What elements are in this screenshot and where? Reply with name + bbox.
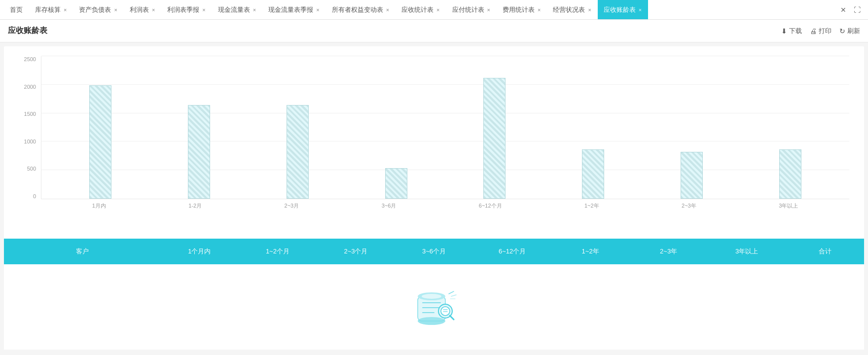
refresh-button[interactable]: ↻ 刷新 bbox=[839, 27, 860, 36]
bar-group-7 bbox=[681, 152, 703, 199]
tab-profit[interactable]: 利润表 × bbox=[124, 0, 161, 20]
bar-3 bbox=[287, 105, 309, 199]
x-label-1: 1月内 bbox=[92, 199, 106, 214]
x-label-3: 2~3月 bbox=[285, 199, 299, 214]
page-title: 应收账龄表 bbox=[8, 26, 47, 36]
print-icon: 🖨 bbox=[810, 27, 817, 35]
col-2-3m: 2~3个月 bbox=[317, 247, 395, 256]
bar-4 bbox=[385, 168, 407, 199]
tab-bar: 首页 库存核算 × 资产负债表 × 利润表 × 利润表季报 × 现金流量表 × … bbox=[0, 0, 868, 20]
svg-line-13 bbox=[449, 291, 454, 294]
y-label-2500: 2500 bbox=[24, 56, 36, 62]
svg-point-9 bbox=[441, 307, 450, 316]
tab-profit-close[interactable]: × bbox=[152, 7, 155, 13]
col-6-12m: 6~12个月 bbox=[473, 247, 551, 256]
bar-1 bbox=[89, 85, 111, 199]
bar-6 bbox=[582, 149, 604, 199]
tab-stock[interactable]: 库存核算 × bbox=[29, 0, 73, 20]
y-label-1500: 1500 bbox=[24, 111, 36, 117]
col-1m: 1个月内 bbox=[160, 247, 239, 256]
tab-ap-stat-close[interactable]: × bbox=[487, 7, 490, 13]
tab-balance[interactable]: 资产负债表 × bbox=[73, 0, 123, 20]
tab-balance-close[interactable]: × bbox=[114, 7, 117, 13]
tab-expense-stat[interactable]: 费用统计表 × bbox=[497, 0, 547, 20]
tab-profit-quarter[interactable]: 利润表季报 × bbox=[161, 0, 212, 20]
tab-home[interactable]: 首页 bbox=[4, 0, 29, 20]
tab-ar-aging[interactable]: 应收账龄表 × bbox=[598, 0, 648, 20]
download-button[interactable]: ⬇ 下载 bbox=[781, 27, 802, 36]
col-1-2m: 1~2个月 bbox=[239, 247, 317, 256]
tab-cashflow-quarter[interactable]: 现金流量表季报 × bbox=[262, 0, 326, 20]
bar-group-5 bbox=[483, 78, 506, 199]
col-3y-plus: 3年以上 bbox=[708, 247, 786, 256]
bar-group-1 bbox=[89, 85, 111, 199]
x-label-5: 6~12个月 bbox=[479, 199, 502, 214]
col-total: 合计 bbox=[786, 247, 864, 256]
tab-stock-close[interactable]: × bbox=[64, 7, 67, 13]
y-label-500: 500 bbox=[27, 166, 36, 172]
x-label-6: 1~2年 bbox=[584, 199, 599, 214]
chart-container: 0 500 1000 1500 2000 2500 bbox=[19, 56, 849, 214]
tab-ap-stat[interactable]: 应付统计表 × bbox=[446, 0, 497, 20]
table-header: 客户 1个月内 1~2个月 2~3个月 3~6个月 6~12个月 1~2年 2~… bbox=[4, 239, 864, 264]
page-header: 应收账龄表 ⬇ 下载 🖨 打印 ↻ 刷新 bbox=[0, 20, 868, 42]
y-label-1000: 1000 bbox=[24, 139, 36, 144]
empty-state-icon bbox=[407, 284, 461, 330]
x-label-7: 2~3年 bbox=[682, 199, 696, 214]
y-label-2000: 2000 bbox=[24, 84, 36, 90]
tab-cashflow[interactable]: 现金流量表 × bbox=[212, 0, 262, 20]
bar-group-2 bbox=[188, 105, 210, 199]
tab-profit-quarter-close[interactable]: × bbox=[202, 7, 205, 13]
bar-group-8 bbox=[779, 149, 801, 199]
bar-5 bbox=[483, 78, 506, 199]
svg-point-4 bbox=[418, 317, 445, 325]
y-label-0: 0 bbox=[33, 193, 36, 199]
tab-cashflow-close[interactable]: × bbox=[253, 7, 256, 13]
chart-area: 0 500 1000 1500 2000 2500 bbox=[4, 46, 864, 239]
print-button[interactable]: 🖨 打印 bbox=[810, 27, 832, 36]
tab-cashflow-quarter-close[interactable]: × bbox=[316, 7, 319, 13]
tab-business[interactable]: 经营状况表 × bbox=[547, 0, 597, 20]
window-maximize-button[interactable]: ⛶ bbox=[852, 5, 862, 15]
tab-ar-stat-close[interactable]: × bbox=[436, 7, 439, 13]
tab-business-close[interactable]: × bbox=[588, 7, 591, 13]
tab-equity[interactable]: 所有者权益变动表 × bbox=[326, 0, 396, 20]
x-label-2: 1-2月 bbox=[188, 199, 202, 214]
bar-group-6 bbox=[582, 149, 604, 199]
x-label-8: 3年以上 bbox=[779, 199, 798, 214]
bar-group-4 bbox=[385, 168, 407, 199]
download-icon: ⬇ bbox=[781, 27, 787, 35]
col-customer: 客户 bbox=[4, 247, 160, 256]
tab-equity-close[interactable]: × bbox=[386, 7, 389, 13]
tab-ar-aging-close[interactable]: × bbox=[639, 7, 642, 13]
bar-8 bbox=[779, 149, 801, 199]
refresh-icon: ↻ bbox=[839, 27, 845, 35]
x-axis: 1月内 1-2月 2~3月 3~6月 6~12个月 1~2年 2~3年 3年以上 bbox=[41, 199, 849, 214]
tab-ar-stat[interactable]: 应收统计表 × bbox=[396, 0, 446, 20]
svg-point-3 bbox=[422, 294, 441, 299]
chart-inner bbox=[41, 56, 849, 199]
table-body bbox=[4, 264, 864, 350]
header-actions: ⬇ 下载 🖨 打印 ↻ 刷新 bbox=[781, 27, 860, 36]
window-controls: ✕ ⛶ bbox=[838, 5, 864, 15]
main-content: 0 500 1000 1500 2000 2500 bbox=[4, 46, 864, 350]
col-2-3y: 2~3年 bbox=[629, 247, 708, 256]
col-1-2y: 1~2年 bbox=[551, 247, 630, 256]
bar-7 bbox=[681, 152, 703, 199]
col-3-6m: 3~6个月 bbox=[395, 247, 473, 256]
bar-group-3 bbox=[287, 105, 309, 199]
y-axis: 0 500 1000 1500 2000 2500 bbox=[19, 56, 38, 199]
bars-container bbox=[41, 56, 849, 199]
bar-2 bbox=[188, 105, 210, 199]
window-close-button[interactable]: ✕ bbox=[838, 5, 848, 15]
svg-line-14 bbox=[451, 295, 456, 296]
svg-line-10 bbox=[450, 316, 454, 320]
tab-expense-stat-close[interactable]: × bbox=[538, 7, 541, 13]
x-label-4: 3~6月 bbox=[382, 199, 397, 214]
